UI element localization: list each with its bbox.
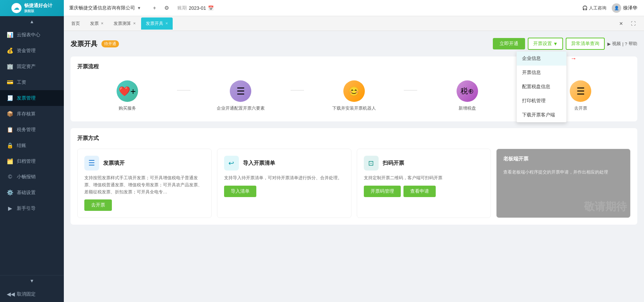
- sidebar-item-unpin[interactable]: ◀◀ 取消固定: [0, 286, 64, 302]
- invoice-icon: 🧾: [7, 95, 13, 101]
- method-card-scan: ⊡ 扫码开票 支持定制开票二维码，客户端可扫码开票 开票码管理 查看申请: [357, 149, 491, 218]
- sidebar-label-unpin: 取消固定: [17, 291, 36, 297]
- sidebar-item-invoice[interactable]: 🧾 发票管理: [0, 90, 64, 106]
- step-icon-4: 税⊕: [457, 80, 478, 102]
- period-area: 账期 2023-01 📅: [175, 5, 216, 11]
- assets-icon: 🏢: [7, 63, 13, 70]
- sidebar-label-salary: 工资: [17, 79, 26, 85]
- step-label-1: 购买服务: [119, 105, 136, 111]
- logo-title: 畅捷通好会计: [24, 3, 52, 9]
- add-button[interactable]: +: [149, 3, 160, 13]
- unpin-icon: ◀◀: [7, 291, 13, 297]
- consult-button[interactable]: 🎧 人工咨询: [582, 5, 606, 11]
- tab-invoice-calc[interactable]: 发票测算 ✕: [109, 17, 140, 30]
- sidebar: ▲ 📊 云报表中心 💰 资金管理 🏢 固定资产 💳 工资 🧾 发票管理 📦 库存…: [0, 16, 64, 302]
- method-card-import: ↩ 导入开票清单 支持导入待开票清单，可对待开票清单进行拆分、合并处理。 导入清…: [217, 149, 351, 218]
- sidebar-item-expense[interactable]: © 小畅报销: [0, 169, 64, 185]
- sidebar-label-checkout: 结账: [17, 143, 26, 149]
- tab-invoice-issue[interactable]: 发票开具 ✕: [141, 17, 173, 30]
- method-header-import: ↩ 导入开票清单: [224, 156, 344, 171]
- headset-icon: 🎧: [582, 5, 588, 10]
- inventory-icon: 📦: [7, 111, 13, 117]
- method-header-scan: ⊡ 扫码开票: [364, 156, 484, 171]
- top-bar-right: 🎧 人工咨询 👤 徐泽华: [582, 3, 644, 13]
- question-icon: ?: [625, 41, 627, 46]
- tab-invoice[interactable]: 发票 ✕: [85, 17, 108, 30]
- step-icon-5: ☰: [570, 80, 591, 102]
- period-value[interactable]: 2023-01: [189, 5, 206, 11]
- help-label: 帮助: [629, 41, 637, 47]
- settings-chevron-icon: ▼: [553, 41, 558, 46]
- checkout-icon: 🔒: [7, 142, 13, 149]
- tab-bar-close-button[interactable]: ✕: [616, 18, 627, 29]
- scan-invoice-title: 扫码开票: [383, 160, 404, 167]
- settings-button[interactable]: 开票设置 ▼: [528, 38, 563, 50]
- close-invoice-tab-icon[interactable]: ✕: [101, 22, 103, 25]
- video-label: 视频: [612, 41, 621, 47]
- fill-invoice-desc: 支持按照发票样式手工填开发票；可开具增值税电子普通发票、增值税普通发票、增值税专…: [84, 175, 205, 195]
- scan-manage-button[interactable]: 开票码管理: [364, 186, 401, 197]
- scan-invoice-icon: ⊡: [364, 156, 379, 171]
- import-invoice-button[interactable]: 导入清单: [224, 186, 256, 197]
- dropdown-printer-label: 打印机管理: [522, 98, 546, 104]
- sidebar-label-settings: 基础设置: [17, 190, 36, 196]
- sidebar-label-tax: 税务管理: [17, 127, 36, 133]
- fill-invoice-button[interactable]: 去开票: [84, 199, 112, 211]
- tab-invoice-label: 发票: [90, 21, 99, 27]
- abnormal-button[interactable]: 异常清单查询: [566, 38, 605, 50]
- sidebar-item-checkout[interactable]: 🔒 结账: [0, 138, 64, 153]
- dropdown-item-printer[interactable]: 打印机管理: [517, 94, 566, 108]
- coming-soon-watermark: 敬请期待: [584, 199, 627, 214]
- dropdown-item-invoice-info[interactable]: 开票信息: [517, 66, 566, 80]
- settings-dropdown: 企业信息 → 开票信息 配置税盘信息 打印机管理 下载开票客户端: [516, 51, 567, 122]
- methods-title: 开票方式: [77, 135, 631, 142]
- top-bar: ☁ 畅捷通好会计 旗舰版 重庆畅捷交通信息咨询有限公司 ▼ + ⚙ 账期 202…: [0, 0, 644, 16]
- tab-home-label: 首页: [71, 21, 80, 27]
- sidebar-item-settings[interactable]: ⚙️ 基础设置: [0, 185, 64, 200]
- step-icon-1: ❤️+: [117, 80, 138, 102]
- sidebar-scroll-down[interactable]: ▼: [0, 275, 64, 286]
- sidebar-item-funds[interactable]: 💰 资金管理: [0, 43, 64, 59]
- sidebar-label-assets: 固定资产: [17, 64, 36, 70]
- scan-view-button[interactable]: 查看申请: [403, 186, 436, 197]
- sidebar-scroll-up[interactable]: ▲: [0, 16, 64, 27]
- sidebar-label-invoice: 发票管理: [17, 95, 36, 101]
- import-invoice-title: 导入开票清单: [243, 160, 275, 167]
- tab-home[interactable]: 首页: [67, 17, 85, 30]
- tab-bar-expand-button[interactable]: ⛶: [628, 18, 639, 29]
- activate-button[interactable]: 立即开通: [493, 38, 525, 49]
- close-calc-tab-icon[interactable]: ✕: [133, 22, 136, 25]
- sidebar-item-salary[interactable]: 💳 工资: [0, 74, 64, 90]
- sidebar-label-archive: 归档管理: [17, 158, 36, 164]
- boss-invoice-desc: 查看老板端小程序提交的开票申请，并作出相应的处理: [503, 169, 624, 176]
- dropdown-item-download[interactable]: 下载开票客户端: [517, 108, 566, 122]
- user-name: 徐泽华: [623, 5, 637, 11]
- step-label-4: 新增税盘: [459, 105, 476, 111]
- sidebar-item-inventory[interactable]: 📦 库存核算: [0, 106, 64, 122]
- sidebar-item-assets[interactable]: 🏢 固定资产: [0, 59, 64, 74]
- sidebar-item-tax[interactable]: 📋 税务管理: [0, 122, 64, 138]
- user-info[interactable]: 👤 徐泽华: [612, 3, 637, 13]
- fill-invoice-title: 发票填开: [103, 160, 125, 167]
- sidebar-bottom: ▼ ◀◀ 取消固定: [0, 275, 64, 302]
- company-selector[interactable]: 重庆畅捷交通信息咨询有限公司 ▼: [64, 5, 146, 11]
- settings-icon[interactable]: ⚙: [161, 3, 172, 13]
- sidebar-label-guide: 新手引导: [17, 205, 36, 212]
- close-issue-tab-icon[interactable]: ✕: [165, 22, 168, 25]
- salary-icon: 💳: [7, 79, 13, 85]
- archive-icon: 🗂️: [7, 158, 13, 164]
- sidebar-item-guide[interactable]: ▶ 新手引导: [0, 200, 64, 216]
- sidebar-item-reports[interactable]: 📊 云报表中心: [0, 27, 64, 43]
- dropdown-item-company[interactable]: 企业信息 →: [517, 51, 566, 66]
- company-name: 重庆畅捷交通信息咨询有限公司: [69, 5, 135, 11]
- sidebar-label-expense: 小畅报销: [17, 174, 36, 180]
- dropdown-item-taxdisk[interactable]: 配置税盘信息: [517, 80, 566, 94]
- tab-bar: 首页 发票 ✕ 发票测算 ✕ 发票开具 ✕ ✕ ⛶: [64, 16, 644, 31]
- calendar-icon[interactable]: 📅: [208, 5, 214, 11]
- tab-invoice-calc-label: 发票测算: [114, 21, 131, 27]
- step-label-2: 企业开通配置开票六要素: [217, 105, 265, 111]
- sidebar-item-archive[interactable]: 🗂️ 归档管理: [0, 153, 64, 169]
- methods-section: 开票方式 ☰ 发票填开 支持按照发票样式手工填开发票；可开具增值税电子普通发票、…: [71, 128, 637, 225]
- video-button[interactable]: ▶ 视频 | ? 帮助: [607, 41, 637, 47]
- tax-icon: 📋: [7, 126, 13, 133]
